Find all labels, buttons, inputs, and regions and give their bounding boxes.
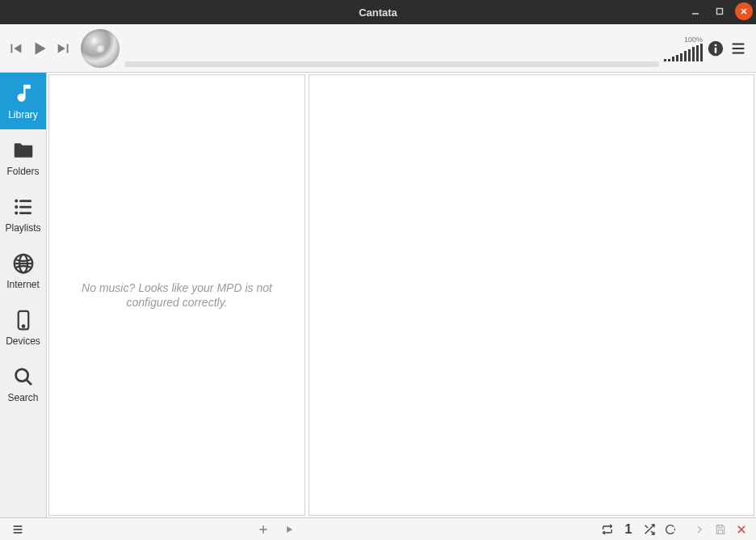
svg-rect-13 [19, 206, 32, 209]
svg-point-14 [15, 212, 18, 215]
svg-rect-30 [718, 529, 722, 534]
sidebar-item-folders[interactable]: Folders [0, 129, 46, 186]
folder-icon [11, 138, 36, 162]
sidebar-menu-button[interactable] [6, 518, 29, 541]
album-art-placeholder [81, 29, 120, 68]
sidebar-item-playlists[interactable]: Playlists [0, 186, 46, 243]
music-note-icon [11, 82, 36, 106]
maximize-button[interactable] [711, 2, 729, 20]
sidebar-item-label: Playlists [5, 222, 40, 234]
svg-point-20 [22, 325, 24, 327]
next-track-button[interactable] [52, 36, 76, 61]
device-icon [11, 308, 36, 332]
playback-toolbar: 100% [0, 24, 756, 73]
sidebar-item-label: Devices [6, 335, 40, 347]
svg-rect-15 [19, 212, 32, 214]
replace-queue-button[interactable] [278, 518, 300, 541]
now-playing-area [120, 24, 664, 72]
minimize-button[interactable] [687, 2, 704, 20]
play-button[interactable] [27, 36, 52, 61]
progress-bar[interactable] [124, 61, 659, 67]
clear-queue-button[interactable] [732, 518, 751, 541]
svg-rect-6 [715, 47, 717, 53]
shuffle-button[interactable] [640, 518, 659, 541]
main-body: Library Folders Playlists Internet Devic… [0, 73, 756, 517]
repeat-button[interactable] [598, 518, 617, 541]
window-titlebar: Cantata [0, 0, 756, 24]
sidebar-item-internet[interactable]: Internet [0, 243, 46, 299]
library-empty-message: No music? Looks like your MPD is not con… [80, 281, 274, 310]
main-menu-button[interactable] [727, 37, 750, 60]
svg-line-22 [26, 380, 31, 385]
volume-indicator[interactable] [664, 44, 703, 61]
search-icon [11, 365, 36, 389]
svg-rect-1 [717, 9, 723, 15]
playqueue-pane [309, 74, 754, 516]
volume-percent-label: 100% [684, 36, 703, 44]
previous-track-button[interactable] [3, 36, 27, 61]
single-mode-button[interactable]: 1 [619, 518, 638, 541]
list-icon [11, 195, 36, 219]
sidebar-item-library[interactable]: Library [0, 73, 46, 129]
svg-point-10 [15, 200, 18, 203]
svg-rect-11 [19, 200, 32, 202]
window-controls [687, 2, 753, 20]
library-pane: No music? Looks like your MPD is not con… [48, 74, 305, 516]
svg-point-5 [715, 44, 717, 46]
svg-point-12 [15, 205, 18, 209]
track-info-button[interactable] [704, 37, 727, 60]
close-button[interactable] [735, 2, 753, 20]
save-playlist-button[interactable] [711, 518, 730, 541]
consume-button[interactable] [661, 518, 680, 541]
scroll-to-current-button[interactable] [690, 518, 709, 541]
sidebar-item-label: Library [8, 109, 38, 120]
svg-point-21 [15, 369, 27, 382]
sidebar-item-label: Search [7, 392, 38, 403]
sidebar-item-label: Internet [6, 279, 40, 290]
sidebar-item-label: Folders [6, 166, 39, 177]
svg-rect-29 [718, 525, 722, 527]
sidebar-item-search[interactable]: Search [0, 356, 46, 412]
window-title: Cantata [0, 6, 756, 19]
add-to-queue-button[interactable] [252, 518, 275, 541]
globe-icon [11, 251, 36, 276]
sidebar: Library Folders Playlists Internet Devic… [0, 73, 47, 517]
status-bar: 1 [0, 517, 756, 540]
sidebar-item-devices[interactable]: Devices [0, 299, 46, 356]
